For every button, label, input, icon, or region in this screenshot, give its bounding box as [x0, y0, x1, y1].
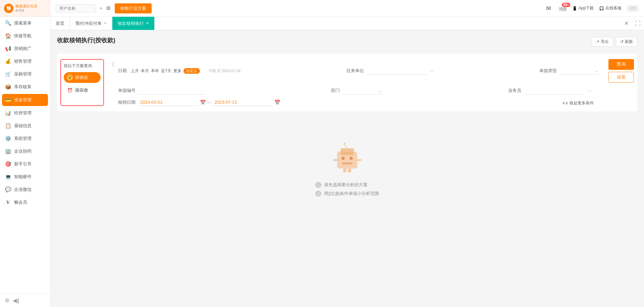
sidebar-item-label: 资金管理	[14, 97, 32, 103]
filter-setting-button[interactable]: 设置	[608, 72, 634, 83]
empty-hint-2: 2 用[过滤]条件来缩小分析范围	[315, 191, 379, 197]
filter-action-buttons: 查询 设置	[608, 59, 634, 83]
expand-button[interactable]: ⛶	[632, 18, 644, 29]
page-toolbar: ↗ 导出 ↺ 刷新	[592, 37, 637, 47]
wechat-icon: 💬	[5, 187, 11, 193]
sidebar-item-quicknav[interactable]: 🏠 快捷导航	[0, 30, 50, 42]
svg-point-2	[341, 157, 345, 160]
purchase-icon: 🛒	[5, 71, 11, 77]
shortcut-custom[interactable]: 自定义	[183, 68, 200, 74]
tab-prepay-close-icon[interactable]: ✕	[104, 21, 107, 25]
staff-more-icon[interactable]: ···	[587, 87, 591, 94]
shortcut-this-month[interactable]: 本月	[141, 68, 149, 74]
tabbar-actions: ✕ ⛶	[621, 18, 644, 29]
app-logo: 畅 畅捷通好生意 标准版	[0, 0, 50, 17]
content-area: 收款核销执行(按收款) ↗ 导出 ↺ 刷新 按以下方案查询 💰 按收款	[50, 30, 644, 307]
hardware-icon: 💻	[5, 174, 11, 180]
shortcut-more[interactable]: 更多	[173, 68, 181, 74]
sidebar-item-label: 经营管理	[14, 110, 32, 116]
sidebar-item-vip[interactable]: V 畅会员	[0, 196, 50, 209]
message-badge: 99+	[562, 3, 570, 7]
partner-input[interactable]	[367, 67, 427, 75]
svg-point-3	[350, 157, 353, 160]
sidebar-item-label: 系统管理	[14, 136, 32, 142]
close-all-tabs-button[interactable]: ✕	[621, 18, 632, 29]
collapse-more-label: 收起更多条件	[570, 100, 594, 106]
calendar-start-icon[interactable]: 📅	[200, 100, 206, 105]
refresh-icon: ↺	[620, 39, 624, 44]
user-name-badge[interactable]: Rit	[627, 5, 639, 12]
staff-input[interactable]	[524, 87, 584, 95]
operation-icon: 📊	[5, 110, 11, 116]
sidebar-item-guide[interactable]: 🎯 新手引导	[0, 158, 50, 170]
chevron-up-icon: ∧∧	[562, 101, 568, 105]
filter-option-by-receipt[interactable]: 💰 按收款	[64, 72, 101, 83]
tab-home[interactable]: 首页	[50, 17, 70, 30]
sidebar-item-wechat[interactable]: 💬 企业微信	[0, 183, 50, 196]
dept-field: 部门	[331, 87, 383, 95]
filter-option-receivable-label: 按应收	[75, 87, 88, 93]
message-icon[interactable]: ✉ 99+ 消息	[546, 5, 567, 12]
app-download-link[interactable]: 📱 App下载	[572, 5, 594, 11]
tab-receipt[interactable]: 收款核销执行 ✕	[112, 17, 155, 30]
staff-field: 业务员 ···	[508, 87, 591, 95]
sidebar-item-search[interactable]: 🔍 搜索菜单	[0, 17, 50, 30]
online-service-link[interactable]: 🎧 在线客服	[599, 5, 622, 11]
sidebar-item-purchase[interactable]: 🛒 采购管理	[0, 68, 50, 81]
shortcut-this-year[interactable]: 本年	[151, 68, 159, 74]
sidebar-item-hardware[interactable]: 💻 智能硬件	[0, 170, 50, 183]
topbar-gear-icon[interactable]: ⚙	[106, 5, 111, 11]
enterprise-icon: 🏢	[5, 148, 11, 154]
query-button[interactable]: 查询	[608, 59, 634, 70]
calendar-end-icon[interactable]: 📅	[274, 100, 280, 105]
headset-icon: 🎧	[599, 6, 604, 11]
export-icon: ↗	[596, 39, 599, 44]
hint-text-2: 用[过滤]条件来缩小分析范围	[324, 191, 379, 197]
filter-collapse-button[interactable]: 《	[109, 59, 115, 106]
svg-rect-7	[343, 168, 346, 172]
sidebar-item-basic[interactable]: 📋 基础信息	[0, 119, 50, 132]
shortcut-last-month[interactable]: 上月	[131, 68, 139, 74]
sidebar-item-inventory[interactable]: 📦 库存核算	[0, 81, 50, 93]
tab-receipt-close-icon[interactable]: ✕	[146, 21, 149, 25]
refresh-button[interactable]: ↺ 刷新	[616, 37, 637, 47]
sidebar-item-enterprise[interactable]: 🏢 企业协同	[0, 145, 50, 158]
sidebar-item-operation[interactable]: 📊 经营管理	[0, 107, 50, 119]
topbar-user-input[interactable]	[56, 4, 96, 12]
sidebar: 畅 畅捷通好生意 标准版 🔍 搜索菜单 🏠 快捷导航 📢 营销推广 💰 销售管理…	[0, 0, 50, 307]
verify-date-end-input[interactable]	[213, 99, 273, 106]
export-label: 导出	[601, 39, 609, 45]
industry-solution-button[interactable]: 休验行业方案	[115, 3, 152, 13]
collapse-sidebar-icon[interactable]: ◀‖	[13, 297, 19, 304]
doc-no-input[interactable]	[138, 87, 205, 95]
sidebar-item-label: 畅会员	[14, 199, 27, 205]
home-icon: 🏠	[5, 33, 11, 39]
doc-no-field: 单据编号	[118, 87, 205, 95]
partner-more-icon[interactable]: ···	[430, 67, 434, 74]
inventory-icon: 📦	[5, 84, 11, 90]
refresh-label: 刷新	[625, 39, 633, 45]
partner-field: 往来单位 ···	[346, 67, 434, 75]
online-service-label: 在线客服	[605, 5, 622, 11]
search-icon: 🔍	[5, 20, 11, 26]
filter-option-by-receivable[interactable]: ⏰ 按应收	[64, 85, 101, 96]
shortcut-7days[interactable]: 近7天	[161, 68, 171, 74]
export-button[interactable]: ↗ 导出	[592, 37, 613, 47]
partner-label: 往来单位	[346, 68, 364, 74]
doc-type-select[interactable]	[559, 67, 600, 75]
staff-label: 业务员	[508, 88, 521, 94]
sidebar-item-sales[interactable]: 💰 销售管理	[0, 55, 50, 68]
filter-scheme-panel: 按以下方案查询 💰 按收款 ⏰ 按应收	[60, 59, 104, 106]
logo-icon: 畅	[4, 4, 13, 13]
tab-prepay[interactable]: 预付冲应付单 ✕	[70, 17, 112, 30]
sidebar-item-marketing[interactable]: 📢 营销推广	[0, 42, 50, 55]
empty-hint-1: 1 请先选择要分析的方案	[315, 182, 379, 188]
sidebar-item-finance[interactable]: 💳 资金管理	[2, 94, 48, 106]
settings-icon[interactable]: ⚙	[5, 297, 9, 304]
sidebar-item-system[interactable]: ⚙️ 系统管理	[0, 132, 50, 145]
verify-date-start-input[interactable]	[138, 99, 199, 106]
dept-select[interactable]	[342, 87, 383, 95]
sidebar-item-label: 企业协同	[14, 148, 32, 154]
date-shortcuts: 上月 本月 本年 近7天 更多 自定义	[131, 68, 200, 74]
collapse-more-conditions[interactable]: ∧∧ 收起更多条件	[562, 100, 594, 106]
